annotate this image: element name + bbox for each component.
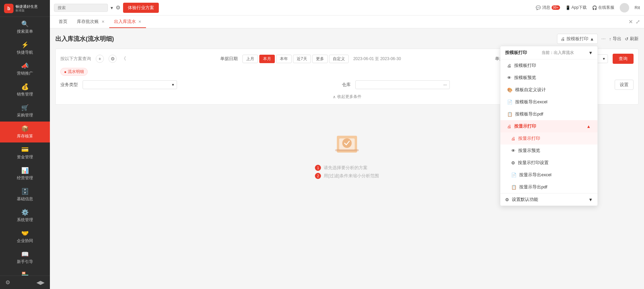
search-input[interactable] xyxy=(54,4,108,12)
content-area: 出入库流水(流水明细) 🖨 按模板打印 ▲ 按模板打印 当前：出入库流水 ▼ xyxy=(50,28,644,289)
filter-add-btn[interactable]: + xyxy=(96,55,104,63)
sidebar-item-basic[interactable]: 🗄️ 基础信息 xyxy=(0,184,50,205)
tab-batch[interactable]: 库存批次账 ✕ xyxy=(72,16,109,28)
dropdown-collapse-icon[interactable]: ▼ xyxy=(588,50,593,55)
dropdown-display-settings[interactable]: ⚙ 按显示打印设置 xyxy=(500,157,597,169)
tabs-close-icon[interactable]: ✕ xyxy=(628,19,633,25)
more-actions-icon[interactable]: ··· xyxy=(601,36,606,42)
dropdown-template-excel[interactable]: 📄 按模板导出excel xyxy=(500,96,597,108)
template-pdf-icon: 📋 xyxy=(507,112,513,117)
sidebar-item-finance[interactable]: 💳 资金管理 xyxy=(0,142,50,163)
refresh-btn[interactable]: ↺ 刷新 xyxy=(625,36,639,42)
query-btn[interactable]: 查询 xyxy=(613,54,634,64)
dropdown-footer[interactable]: ⚙ 设置默认功能 ▼ xyxy=(500,193,597,206)
date-btn-last7[interactable]: 近7天 xyxy=(293,55,311,63)
biz-type-dropdown-icon: ▾ xyxy=(172,82,174,87)
warehouse-select[interactable]: ··· xyxy=(355,80,450,89)
date-btn-custom[interactable]: 自定义 xyxy=(329,55,349,63)
dropdown-template-pdf[interactable]: 📋 按模板导出pdf xyxy=(500,108,597,120)
page-actions: 🖨 按模板打印 ▲ 按模板打印 当前：出入库流水 ▼ 🖨 按 xyxy=(557,34,639,44)
logo-text: 畅捷通好生意 标准版 xyxy=(16,4,38,13)
sidebar-item-purchase[interactable]: 🛒 采购管理 xyxy=(0,101,50,122)
sidebar-item-operation[interactable]: 📊 经营管理 xyxy=(0,163,50,184)
message-badge: 99+ xyxy=(552,5,560,10)
user-avatar[interactable] xyxy=(620,3,629,12)
display-section-header[interactable]: 🖨 按显示打印 ▲ xyxy=(500,120,597,132)
tabs-expand-icon[interactable]: ⤢ xyxy=(636,19,640,25)
online-service-btn[interactable]: 🎧 在线客服 xyxy=(592,5,614,10)
app-download-btn[interactable]: 📱 App下载 xyxy=(565,5,587,10)
printer-icon: 🖨 xyxy=(561,36,565,42)
user-name: Rit xyxy=(635,5,640,10)
bill-type-dropdown-icon: ▾ xyxy=(603,56,605,61)
sidebar-item-appstore[interactable]: 🏪 应用中心 xyxy=(0,268,50,275)
hint-item-2: 2 用[过滤]条件来缩小分析范围 xyxy=(315,173,379,179)
dropdown-display-pdf[interactable]: 📋 按显示导出pdf xyxy=(500,181,597,193)
sidebar-item-shortcut[interactable]: ⚡ 快捷导航 xyxy=(0,38,50,59)
date-btn-more[interactable]: 更多 xyxy=(312,55,328,63)
dropdown-header: 按模板打印 当前：出入库流水 ▼ xyxy=(500,46,597,59)
tab-home[interactable]: 首页 xyxy=(54,16,72,28)
template-print-btn[interactable]: 🖨 按模板打印 ▲ xyxy=(557,34,598,44)
purchase-icon: 🛒 xyxy=(21,104,29,111)
system-icon: ⚙️ xyxy=(21,209,29,216)
message-icon: 💬 xyxy=(536,5,541,10)
topbar-right: 💬 消息 99+ 📱 App下载 🎧 在线客服 Rit xyxy=(536,3,640,12)
dropdown-arrow-icon[interactable]: ▾ xyxy=(111,5,113,10)
sidebar-item-marketing[interactable]: 📣 营销推广 xyxy=(0,59,50,80)
filter-setting-btn[interactable]: ⚙ xyxy=(109,55,117,63)
search-icon: 🔍 xyxy=(21,20,29,28)
dropdown-template-custom[interactable]: 🎨 模板自定义设计 xyxy=(500,84,597,96)
dropdown-template-preview[interactable]: 👁 按模板预览 xyxy=(500,72,597,84)
template-print-item-icon: 🖨 xyxy=(507,63,511,68)
print-dropdown-panel: 按模板打印 当前：出入库流水 ▼ 🖨 按模板打印 👁 按模板预览 xyxy=(500,46,598,206)
dropdown-display-excel[interactable]: 📄 按显示导出excel xyxy=(500,169,597,181)
sidebar-collapse-icon[interactable]: ◀▶ xyxy=(36,279,45,286)
settings-btn[interactable]: 设置 xyxy=(615,80,634,90)
tab-batch-close-icon[interactable]: ✕ xyxy=(101,20,105,24)
date-btn-last-month[interactable]: 上月 xyxy=(242,55,258,63)
sidebar-item-enterprise[interactable]: 🤝 企业协同 xyxy=(0,226,50,247)
sidebar-settings-icon[interactable]: ⚙ xyxy=(5,279,10,286)
sidebar-item-guide[interactable]: 📖 新手引导 xyxy=(0,247,50,268)
tabs-maximize: ✕ ⤢ xyxy=(628,19,640,25)
finance-icon: 💳 xyxy=(21,146,29,153)
dropdown-display-preview[interactable]: 👁 按显示预览 xyxy=(500,144,597,157)
template-custom-icon: 🎨 xyxy=(507,87,513,93)
tab-flow[interactable]: 出入库流水 ✕ xyxy=(109,16,146,28)
sidebar-item-search[interactable]: 🔍 搜索菜单 xyxy=(0,17,50,38)
date-btn-this-month[interactable]: 本月 xyxy=(259,55,275,63)
biz-type-select[interactable]: ▾ xyxy=(83,80,177,89)
filter-collapse-btn[interactable]: 《 xyxy=(121,56,126,62)
sidebar-scroll: 🔍 搜索菜单 ⚡ 快捷导航 📣 营销推广 💰 销售管理 🛒 采购管理 📦 库存核… xyxy=(0,17,50,275)
inventory-icon: 📦 xyxy=(21,125,29,132)
operation-icon: 📊 xyxy=(21,167,29,174)
tag-icon: ● xyxy=(64,70,66,74)
guide-icon: 📖 xyxy=(21,251,29,258)
display-pdf-icon: 📋 xyxy=(511,185,517,190)
dropdown-template-print[interactable]: 🖨 按模板打印 xyxy=(500,59,597,72)
message-btn[interactable]: 💬 消息 99+ xyxy=(536,5,560,10)
topbar: ▾ ⚙ 体验行业方案 💬 消息 99+ 📱 App下载 🎧 在线客服 Rit xyxy=(50,0,644,16)
industry-btn[interactable]: 体验行业方案 xyxy=(123,3,159,13)
display-excel-icon: 📄 xyxy=(511,173,517,178)
warehouse-label: 仓库 xyxy=(342,82,351,88)
chevron-up-icon: ∧ xyxy=(333,95,336,99)
tab-flow-close-icon[interactable]: ✕ xyxy=(138,20,141,24)
dropdown-display-print[interactable]: 🖨 按显示打印 xyxy=(500,132,597,144)
logo-icon: b xyxy=(4,4,13,13)
sidebar-bottom: ⚙ ◀▶ xyxy=(0,275,50,289)
template-preview-icon: 👁 xyxy=(507,75,511,80)
export-btn[interactable]: ↑ 导出 xyxy=(609,36,622,42)
svg-rect-3 xyxy=(335,149,359,151)
sidebar-item-sales[interactable]: 💰 销售管理 xyxy=(0,80,50,101)
sidebar-item-system[interactable]: ⚙️ 系统管理 xyxy=(0,205,50,226)
warehouse-more-icon: ··· xyxy=(443,82,447,87)
display-print-icon: 🖨 xyxy=(511,136,516,141)
topbar-gear-icon[interactable]: ⚙ xyxy=(116,4,120,11)
sidebar-item-inventory[interactable]: 📦 库存核算 xyxy=(0,122,50,142)
page-header: 出入库流水(流水明细) 🖨 按模板打印 ▲ 按模板打印 当前：出入库流水 ▼ xyxy=(55,34,639,44)
date-btn-this-year[interactable]: 本年 xyxy=(276,55,292,63)
empty-illustration xyxy=(332,129,362,159)
empty-hints: 1 请先选择要分析的方案 2 用[过滤]条件来缩小分析范围 xyxy=(315,165,379,179)
